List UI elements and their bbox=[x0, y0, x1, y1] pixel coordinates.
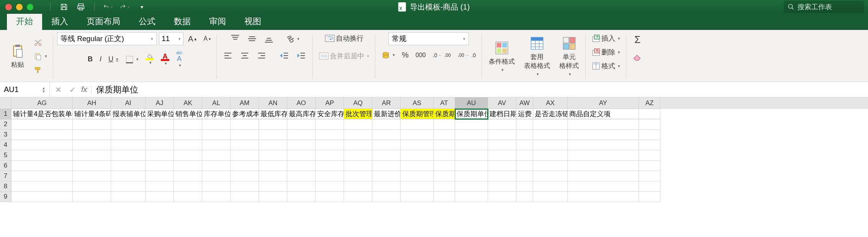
name-box[interactable]: AU1 ▲▼ bbox=[0, 82, 50, 97]
cell-AN8[interactable] bbox=[259, 181, 287, 192]
conditional-format-button[interactable]: 条件格式 bbox=[486, 39, 518, 74]
cell-AM6[interactable] bbox=[231, 161, 259, 171]
zoom-window-button[interactable] bbox=[27, 4, 33, 10]
minimize-window-button[interactable] bbox=[16, 4, 23, 10]
cell-AN5[interactable] bbox=[259, 150, 287, 161]
align-bottom-button[interactable] bbox=[262, 32, 276, 45]
cell-AJ2[interactable] bbox=[146, 119, 174, 130]
cell-AJ1[interactable]: 采购单位 bbox=[146, 109, 174, 119]
cell-AG6[interactable] bbox=[11, 161, 73, 171]
cell-AS1[interactable]: 保质期管理 bbox=[401, 109, 434, 119]
cell-AP2[interactable] bbox=[316, 119, 344, 130]
cell-AI8[interactable] bbox=[111, 181, 146, 192]
cell-AZ3[interactable] bbox=[639, 130, 660, 140]
cell-AI7[interactable] bbox=[111, 171, 146, 181]
search-sheet-input[interactable]: 搜索工作表 bbox=[784, 1, 864, 13]
cell-AK9[interactable] bbox=[174, 192, 202, 202]
cell-AS8[interactable] bbox=[401, 181, 434, 192]
cell-AM9[interactable] bbox=[231, 192, 259, 202]
orientation-button[interactable]: ab bbox=[285, 33, 302, 44]
column-header-AZ[interactable]: AZ bbox=[639, 97, 660, 109]
cell-AG5[interactable] bbox=[11, 150, 73, 161]
cell-AR9[interactable] bbox=[372, 192, 401, 202]
cell-AQ6[interactable] bbox=[344, 161, 372, 171]
merge-center-button[interactable]: 合并后居中 bbox=[316, 50, 372, 62]
align-center-button[interactable] bbox=[237, 49, 252, 62]
cell-AZ7[interactable] bbox=[639, 171, 660, 181]
format-as-table-button[interactable]: 套用 表格格式 bbox=[521, 34, 553, 78]
align-top-button[interactable] bbox=[228, 32, 242, 45]
phonetic-button[interactable]: abcA bbox=[174, 49, 185, 69]
cell-AW4[interactable] bbox=[516, 140, 533, 150]
cell-AL5[interactable] bbox=[202, 150, 231, 161]
cell-AW5[interactable] bbox=[516, 150, 533, 161]
cell-AU9[interactable] bbox=[455, 192, 488, 202]
cell-AN6[interactable] bbox=[259, 161, 287, 171]
cell-AV1[interactable]: 建档日期 bbox=[488, 109, 516, 119]
cell-AW8[interactable] bbox=[516, 181, 533, 192]
cell-AR8[interactable] bbox=[372, 181, 401, 192]
cell-AY6[interactable] bbox=[568, 161, 639, 171]
cell-AG1[interactable]: 辅计量4是否包装单位 bbox=[11, 109, 73, 119]
cell-AI3[interactable] bbox=[111, 130, 146, 140]
percent-format-button[interactable]: % bbox=[400, 49, 411, 61]
cell-AU5[interactable] bbox=[455, 150, 488, 161]
cell-AR4[interactable] bbox=[372, 140, 401, 150]
underline-button[interactable]: U bbox=[106, 54, 121, 65]
cell-AQ5[interactable] bbox=[344, 150, 372, 161]
cell-AZ9[interactable] bbox=[639, 192, 660, 202]
cell-AO4[interactable] bbox=[287, 140, 316, 150]
cell-AP8[interactable] bbox=[316, 181, 344, 192]
cell-AI4[interactable] bbox=[111, 140, 146, 150]
cell-AZ1[interactable] bbox=[639, 109, 660, 119]
cell-AM4[interactable] bbox=[231, 140, 259, 150]
italic-button[interactable]: I bbox=[97, 54, 104, 65]
cell-AK5[interactable] bbox=[174, 150, 202, 161]
cell-AW2[interactable] bbox=[516, 119, 533, 130]
cell-AW9[interactable] bbox=[516, 192, 533, 202]
cell-AW3[interactable] bbox=[516, 130, 533, 140]
cell-AI1[interactable]: 报表辅单位 bbox=[111, 109, 146, 119]
decrease-decimal-button[interactable]: .00→.0 bbox=[455, 49, 478, 61]
cell-AX2[interactable] bbox=[533, 119, 568, 130]
cell-AX4[interactable] bbox=[533, 140, 568, 150]
accounting-format-button[interactable] bbox=[379, 49, 397, 61]
cell-AK2[interactable] bbox=[174, 119, 202, 130]
cell-AG2[interactable] bbox=[11, 119, 73, 130]
cell-AJ6[interactable] bbox=[146, 161, 174, 171]
customize-qat-button[interactable]: ▾ bbox=[137, 2, 147, 12]
cell-AU1[interactable]: 保质期单位 bbox=[455, 109, 488, 119]
column-header-AS[interactable]: AS bbox=[401, 97, 434, 109]
increase-decimal-button[interactable]: .0←.00 bbox=[431, 49, 453, 61]
cell-AH9[interactable] bbox=[73, 192, 111, 202]
cell-AH2[interactable] bbox=[73, 119, 111, 130]
cancel-formula-button[interactable]: ✕ bbox=[55, 85, 62, 94]
cell-AM8[interactable] bbox=[231, 181, 259, 192]
row-header-5[interactable]: 5 bbox=[0, 150, 11, 161]
cell-AX8[interactable] bbox=[533, 181, 568, 192]
tab-审阅[interactable]: 审阅 bbox=[200, 13, 235, 30]
cell-AV6[interactable] bbox=[488, 161, 516, 171]
cell-AJ9[interactable] bbox=[146, 192, 174, 202]
column-header-AU[interactable]: AU bbox=[455, 97, 488, 109]
cell-AS4[interactable] bbox=[401, 140, 434, 150]
cell-AH5[interactable] bbox=[73, 150, 111, 161]
cell-AW7[interactable] bbox=[516, 171, 533, 181]
cell-AR3[interactable] bbox=[372, 130, 401, 140]
cell-AL3[interactable] bbox=[202, 130, 231, 140]
borders-button[interactable] bbox=[123, 54, 141, 65]
cell-AY2[interactable] bbox=[568, 119, 639, 130]
cell-AY3[interactable] bbox=[568, 130, 639, 140]
cell-AY7[interactable] bbox=[568, 171, 639, 181]
cell-AQ1[interactable]: 批次管理 bbox=[344, 109, 372, 119]
cell-styles-button[interactable]: 单元 格样式 bbox=[556, 34, 582, 78]
column-header-AW[interactable]: AW bbox=[516, 97, 533, 109]
cell-AS2[interactable] bbox=[401, 119, 434, 130]
cell-AY5[interactable] bbox=[568, 150, 639, 161]
cell-AP9[interactable] bbox=[316, 192, 344, 202]
column-header-AP[interactable]: AP bbox=[316, 97, 344, 109]
cell-AL7[interactable] bbox=[202, 171, 231, 181]
format-painter-button[interactable] bbox=[31, 64, 49, 76]
row-header-8[interactable]: 8 bbox=[0, 181, 11, 192]
formula-input[interactable]: 保质期单位 bbox=[92, 84, 868, 95]
